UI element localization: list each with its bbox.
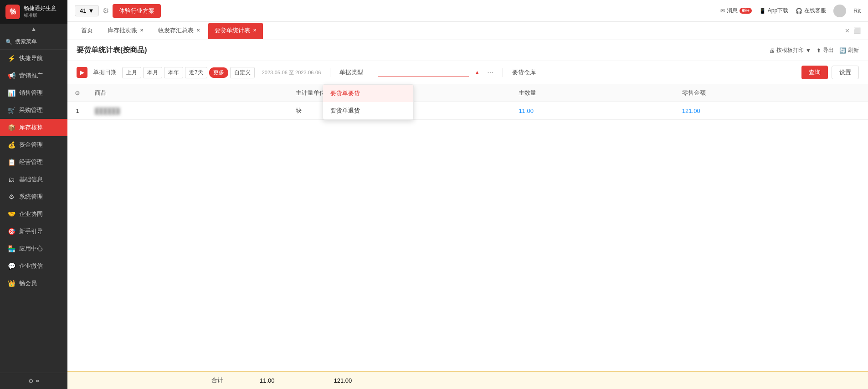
sidebar-item-system[interactable]: ⚙ 系统管理: [0, 188, 67, 205]
nav-label-finance: 资金管理: [19, 141, 43, 149]
sidebar-item-guide[interactable]: 🎯 新手引导: [0, 223, 67, 240]
dropdown-menu: 要货单要货 要货单退货: [323, 84, 414, 120]
online-service-action[interactable]: 🎧 在线客服: [796, 7, 826, 15]
col-qty-header: 主数量: [511, 84, 674, 102]
export-icon: ⬆: [817, 47, 821, 54]
table-footer: 合计 11.00 121.00: [67, 371, 868, 389]
trial-button[interactable]: 体验行业方案: [113, 4, 161, 18]
tab-order-stat-close-icon[interactable]: ✕: [253, 28, 257, 33]
settings-button[interactable]: 设置: [832, 66, 859, 79]
refresh-label: 刷新: [848, 46, 859, 54]
phone-icon: 📱: [759, 8, 766, 14]
date-filter-label: 单据日期: [93, 68, 117, 77]
dropdown-item-0[interactable]: 要货单要货: [323, 85, 413, 102]
filter-bar-wrapper: ▶ 单据日期 上月 本月 本年 近7天 更多 自定义 2023-05-06 至 …: [67, 61, 868, 84]
store-number: 41: [80, 7, 86, 14]
type-dropdown-arrow[interactable]: ▲: [474, 69, 480, 76]
page-header: 要货单统计表(按商品) 🖨 按模板打印 ▼ ⬆ 导出 🔄 刷新: [67, 40, 868, 61]
top-bar: 41 ▼ ⚙ 体验行业方案 ✉ 消息 99+ 📱 App下载 🎧 在线客服 Ri…: [67, 0, 868, 22]
collapse-button[interactable]: ⚙ ⇔: [0, 373, 67, 389]
sidebar-scroll-up[interactable]: ▲: [0, 24, 67, 34]
nav-icon-enterprise: 🤝: [7, 210, 15, 218]
top-bar-left: 41 ▼ ⚙ 体验行业方案: [75, 4, 715, 18]
sidebar-item-finance[interactable]: 💰 资金管理: [0, 136, 67, 154]
tab-batch[interactable]: 库存批次账 ✕: [101, 23, 150, 39]
this-year-btn[interactable]: 本年: [164, 67, 183, 78]
warehouse-filter-label: 要货仓库: [512, 68, 536, 77]
online-service-label: 在线客服: [804, 7, 826, 15]
header-actions: 🖨 按模板打印 ▼ ⬆ 导出 🔄 刷新: [769, 46, 859, 54]
page-title: 要货单统计表(按商品): [77, 46, 147, 55]
gear-button[interactable]: ⚙: [103, 6, 109, 15]
last-month-btn[interactable]: 上月: [122, 67, 141, 78]
export-button[interactable]: ⬆ 导出: [817, 46, 834, 54]
nav-label-marketing: 营销推广: [19, 72, 43, 80]
type-more-button[interactable]: ···: [487, 68, 493, 77]
expand-button[interactable]: ▶: [77, 67, 87, 78]
col-settings-header[interactable]: ⚙: [67, 84, 87, 102]
message-label: 消息: [727, 7, 738, 15]
sidebar-item-inventory[interactable]: 📦 库存核算: [0, 119, 67, 136]
export-label: 导出: [823, 46, 834, 54]
sidebar-item-operation[interactable]: 📋 经营管理: [0, 154, 67, 171]
tab-home-label: 首页: [81, 26, 93, 35]
sidebar-item-enterprise[interactable]: 🤝 企业协同: [0, 205, 67, 223]
store-selector[interactable]: 41 ▼: [75, 5, 99, 16]
message-action[interactable]: ✉ 消息 99+: [720, 7, 752, 15]
nav-icon-appstore: 🏪: [7, 245, 15, 253]
tab-bar: 首页 库存批次账 ✕ 收发存汇总表 ✕ 要货单统计表 ✕ ✕ ⬜: [67, 22, 868, 40]
message-badge: 99+: [740, 8, 752, 14]
nav-icon-member: 👑: [7, 279, 15, 287]
sidebar-item-purchase[interactable]: 🛒 采购管理: [0, 102, 67, 119]
tab-batch-close-icon[interactable]: ✕: [140, 28, 144, 33]
window-expand-icon[interactable]: ⬜: [853, 27, 861, 34]
tab-report[interactable]: 收发存汇总表 ✕: [152, 23, 206, 39]
sidebar-item-basic[interactable]: 🗂 基础信息: [0, 171, 67, 188]
print-button[interactable]: 🖨 按模板打印 ▼: [769, 46, 811, 54]
dropdown-arrow-icon: ▼: [88, 7, 94, 14]
app-title: 畅捷通好生意: [24, 5, 56, 12]
nav-icon-purchase: 🛒: [7, 106, 15, 114]
search-icon: 🔍: [5, 39, 12, 45]
type-filter-input[interactable]: [378, 68, 469, 77]
dropdown-item-1[interactable]: 要货单退货: [323, 102, 413, 119]
settings-label: ⇔: [36, 378, 40, 384]
user-avatar[interactable]: [833, 5, 846, 17]
tab-report-label: 收发存汇总表: [158, 26, 194, 35]
sidebar-item-quicknav[interactable]: ⚡ 快捷导航: [0, 50, 67, 67]
headset-icon: 🎧: [796, 8, 802, 14]
refresh-button[interactable]: 🔄 刷新: [839, 46, 859, 54]
this-month-btn[interactable]: 本月: [143, 67, 162, 78]
filter-right-actions: 查询 设置: [801, 66, 859, 79]
filter-bar: ▶ 单据日期 上月 本月 本年 近7天 更多 自定义 2023-05-06 至 …: [67, 61, 868, 84]
query-button[interactable]: 查询: [801, 66, 828, 79]
footer-values: 11.00 121.00: [260, 377, 352, 384]
top-bar-right: ✉ 消息 99+ 📱 App下载 🎧 在线客服 Rit: [720, 5, 861, 17]
nav-label-quicknav: 快捷导航: [19, 54, 43, 62]
window-controls: ✕ ⬜: [845, 27, 861, 34]
filter-separator: [330, 68, 330, 77]
search-menu[interactable]: 🔍 搜索菜单: [0, 34, 67, 50]
sidebar-item-wechat[interactable]: 💬 企业微信: [0, 257, 67, 275]
row-product-0: ██████: [87, 102, 288, 120]
nav-label-member: 畅会员: [19, 279, 37, 287]
tab-home[interactable]: 首页: [75, 23, 99, 39]
col-settings-icon[interactable]: ⚙: [75, 90, 80, 97]
print-dropdown-icon: ▼: [806, 47, 811, 54]
tab-report-close-icon[interactable]: ✕: [196, 28, 200, 33]
tab-order-stat[interactable]: 要货单统计表 ✕: [208, 23, 263, 39]
last-7days-btn[interactable]: 近7天: [185, 67, 207, 78]
custom-btn[interactable]: 自定义: [230, 67, 255, 78]
more-btn[interactable]: 更多: [209, 67, 228, 78]
date-range: 2023-05-06 至 2023-06-06: [262, 69, 321, 76]
nav-label-appstore: 应用中心: [19, 245, 43, 253]
sidebar-header: 畅 畅捷通好生意 标准版: [0, 0, 67, 24]
sidebar-item-marketing[interactable]: 📢 营销推广: [0, 67, 67, 84]
sidebar-item-appstore[interactable]: 🏪 应用中心: [0, 240, 67, 257]
nav-icon-operation: 📋: [7, 158, 15, 166]
window-close-icon[interactable]: ✕: [845, 27, 850, 34]
app-download-action[interactable]: 📱 App下载: [759, 7, 788, 15]
sidebar-item-member[interactable]: 👑 畅会员: [0, 275, 67, 292]
sidebar-nav: ⚡ 快捷导航 📢 营销推广 📊 销售管理 🛒 采购管理 📦 库存核算 💰 资金管…: [0, 50, 67, 373]
sidebar-item-sales[interactable]: 📊 销售管理: [0, 84, 67, 102]
